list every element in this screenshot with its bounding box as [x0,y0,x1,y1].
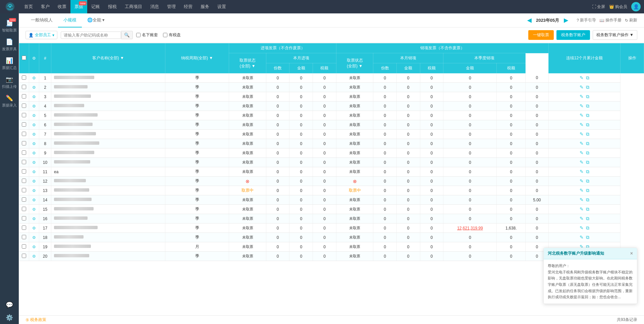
sidebar-item-settings[interactable]: ⚙️ [0,311,19,324]
nav-item-message[interactable]: 消息 [146,0,163,13]
select-all-checkbox[interactable] [22,56,26,60]
edit-icon-4[interactable]: ✎ [580,113,584,118]
copy-icon-14[interactable]: ⧉ [586,206,589,212]
edit-icon-1[interactable]: ✎ [580,84,584,90]
tab-all[interactable]: 🌐 全能 ▾ [82,13,110,27]
member-button[interactable]: 👑 购会员 [609,4,627,10]
copy-icon-7[interactable]: ⧉ [586,141,589,146]
copy-icon-11[interactable]: ⧉ [586,178,589,184]
checkbox-account-set[interactable]: 名下账套 [136,32,158,38]
row-settings-16[interactable]: ⚙ [29,223,39,233]
copy-icon-17[interactable]: ⧉ [586,235,589,240]
edit-icon-10[interactable]: ✎ [580,169,584,174]
nav-item-manage[interactable]: 管理 [163,0,180,13]
header-tax-period[interactable]: 纳税周期(全部) ▼ [165,43,229,73]
row-settings-2[interactable]: ⚙ [29,92,39,102]
row-checkbox-input-15[interactable] [22,216,26,220]
row-checkbox-input-10[interactable] [22,169,26,174]
edit-icon-15[interactable]: ✎ [580,216,584,221]
edit-icon-9[interactable]: ✎ [580,159,584,165]
employee-filter[interactable]: 👤 全部员工 ▾ [25,31,57,39]
row-checkbox-input-5[interactable] [22,122,26,127]
row-checkbox-input-11[interactable] [22,179,26,183]
copy-icon-8[interactable]: ⧉ [586,150,589,155]
row-settings-8[interactable]: ⚙ [29,148,39,158]
row-settings-13[interactable]: ⚙ [29,195,39,205]
tax-account-button[interactable]: 税务数字账户 [556,30,590,40]
row-checkbox-input-14[interactable] [22,207,26,211]
nav-item-operation[interactable]: 经营 [180,0,197,13]
sidebar-item-scan-upload[interactable]: 📷 扫描上传 [0,73,19,92]
nav-item-service[interactable]: 服务 [197,0,213,13]
row-checkbox-input-19[interactable] [22,254,26,258]
row-checkbox-input-6[interactable] [22,132,26,136]
row-settings-14[interactable]: ⚙ [29,205,39,214]
row-checkbox-input-2[interactable] [22,94,26,99]
sidebar-item-invoice-summary[interactable]: 📊 票据汇总 [0,54,19,73]
copy-icon-13[interactable]: ⧉ [586,197,589,202]
header-ticket-status-in[interactable]: 取票状态(全部) ▼ [229,53,266,73]
search-input[interactable] [61,31,121,39]
edit-icon-7[interactable]: ✎ [580,141,584,146]
row-checkbox-input-16[interactable] [22,225,26,230]
edit-icon-0[interactable]: ✎ [580,75,584,80]
nav-item-receipt[interactable]: 收票 [54,0,70,13]
row-checkbox-input-17[interactable] [22,235,26,239]
row-checkbox-input-3[interactable] [22,104,26,108]
copy-icon-5[interactable]: ⧉ [586,122,589,127]
edit-icon-16[interactable]: ✎ [580,225,584,231]
row-settings-5[interactable]: ⚙ [29,120,39,130]
row-settings-18[interactable]: ⚙ [29,242,39,252]
edit-icon-14[interactable]: ✎ [580,206,584,212]
sidebar-item-invoice-open[interactable]: 📄 发票开具 [0,36,19,54]
row-checkbox-input-13[interactable] [22,197,26,202]
row-checkbox-input-0[interactable] [22,75,26,80]
sidebar-item-smart-ticket[interactable]: 🧾 智能取票 new [0,17,19,36]
copy-icon-10[interactable]: ⧉ [586,169,589,174]
row-settings-1[interactable]: ⚙ [29,83,39,92]
edit-icon-13[interactable]: ✎ [580,197,584,202]
row-settings-11[interactable]: ⚙ [29,177,39,186]
row-settings-10[interactable]: ⚙ [29,167,39,177]
copy-icon-12[interactable]: ⧉ [586,188,589,193]
row-checkbox-input-18[interactable] [22,244,26,249]
date-next-button[interactable]: ▶ [562,16,570,24]
checkbox-account-input[interactable] [136,33,141,37]
nav-item-accounting[interactable]: 记账 [87,0,104,13]
checkbox-tax-disk[interactable]: 有税盘 [163,32,181,38]
tax-operation-button[interactable]: 税务数字账户操作 ▼ [593,30,637,40]
copy-icon-15[interactable]: ⧉ [586,216,589,221]
edit-icon-17[interactable]: ✎ [580,235,584,240]
copy-icon-9[interactable]: ⧉ [586,159,589,165]
policy-link[interactable]: ⑤ 税务政策 [25,317,46,323]
row-settings-3[interactable]: ⚙ [29,102,39,111]
sidebar-item-message[interactable]: 💬 [0,299,19,311]
copy-icon-4[interactable]: ⧉ [586,113,589,118]
row-checkbox-input-12[interactable] [22,188,26,192]
nav-item-business[interactable]: 工商项目 [121,0,146,13]
row-checkbox-input-1[interactable] [22,85,26,89]
popup-close-button[interactable]: × [630,251,633,256]
edit-icon-11[interactable]: ✎ [580,178,584,184]
row-settings-17[interactable]: ⚙ [29,233,39,242]
refresh-button[interactable]: ↻ 刷新 [625,17,637,23]
app-logo[interactable] [3,0,17,13]
nav-item-settings[interactable]: 设置 [213,0,230,13]
row-checkbox-input-8[interactable] [22,150,26,155]
nav-item-home[interactable]: 首页 [20,0,37,13]
one-click-ticket-button[interactable]: 一键取票 [528,30,554,40]
copy-icon-3[interactable]: ⧉ [586,103,589,109]
row-settings-6[interactable]: ⚙ [29,130,39,139]
row-settings-19[interactable]: ⚙ [29,252,39,261]
edit-icon-3[interactable]: ✎ [580,103,584,109]
copy-icon-1[interactable]: ⧉ [586,84,589,90]
copy-icon-0[interactable]: ⧉ [586,75,589,80]
edit-icon-6[interactable]: ✎ [580,131,584,137]
tab-general-taxpayer[interactable]: 一般纳税人 [25,13,58,27]
sidebar-item-invoice-entry[interactable]: ✏️ 票据录入 [0,92,19,111]
row-settings-4[interactable]: ⚙ [29,111,39,120]
guide-button[interactable]: ? 新手引导 [577,17,596,23]
search-button[interactable]: 🔍 [121,31,133,39]
tab-small-scale[interactable]: 小规模 [58,13,82,27]
copy-icon-2[interactable]: ⧉ [586,94,589,99]
